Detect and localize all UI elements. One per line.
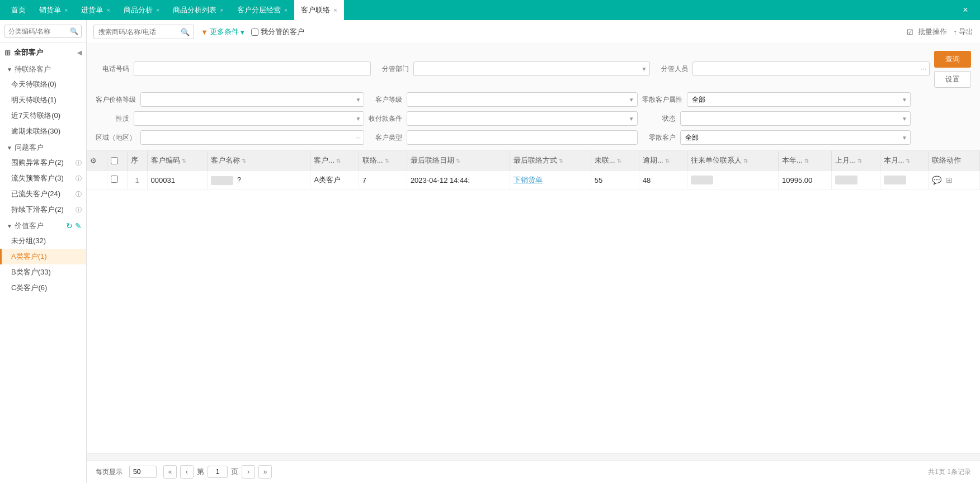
col-this-year[interactable]: 本年...⇅ bbox=[779, 151, 832, 171]
col-checkbox[interactable] bbox=[107, 151, 127, 171]
first-page-button[interactable]: « bbox=[163, 465, 177, 479]
export-btn[interactable]: ↑ 导出 bbox=[954, 27, 974, 37]
sidebar-item-overdue[interactable]: 逾期未联络(30) bbox=[0, 124, 86, 139]
last-page-button[interactable]: » bbox=[258, 465, 272, 479]
area-input[interactable] bbox=[140, 130, 364, 145]
info-icon3: ⓘ bbox=[76, 190, 82, 198]
sidebar-item-7days[interactable]: 近7天待联络(0) bbox=[0, 108, 86, 124]
nav-product-analysis[interactable]: 商品分析 × bbox=[117, 0, 166, 20]
nav-sales[interactable]: 销货单 × bbox=[32, 0, 74, 20]
my-customers-checkbox[interactable]: 我分管的客户 bbox=[251, 27, 304, 37]
more-filters-btn[interactable]: ▼ 更多条件 ▾ bbox=[201, 27, 244, 37]
sidebar-item-unclassified[interactable]: 未分组(32) bbox=[0, 233, 86, 249]
sidebar-item-churn-warning[interactable]: 流失预警客户(3) ⓘ bbox=[0, 171, 86, 186]
row-action-cell: 💬 ⊞ bbox=[928, 171, 979, 190]
info-icon4: ⓘ bbox=[76, 206, 82, 214]
row-this-month-cell bbox=[880, 171, 928, 190]
col-last-method[interactable]: 最后联络方式⇅ bbox=[510, 151, 591, 171]
close-sales-icon[interactable]: × bbox=[64, 7, 68, 13]
edit-icon[interactable]: ✎ bbox=[75, 221, 82, 230]
col-overdue[interactable]: 逾期...⇅ bbox=[639, 151, 687, 171]
sidebar-item-churned[interactable]: 已流失客户(24) ⓘ bbox=[0, 186, 86, 202]
close-product-list-icon[interactable]: × bbox=[220, 7, 223, 13]
nav-purchase[interactable]: 进货单 × bbox=[74, 0, 116, 20]
payment-select[interactable] bbox=[407, 111, 637, 126]
price-level-select[interactable] bbox=[140, 92, 364, 107]
manager-dots-icon[interactable]: ··· bbox=[921, 65, 926, 73]
sort-type-icon: ⇅ bbox=[336, 158, 341, 164]
problem-customers-group[interactable]: ▼ 问题客户 bbox=[0, 139, 86, 155]
per-page-select[interactable]: 50 100 bbox=[129, 466, 157, 478]
expand-icon: ▼ bbox=[7, 67, 12, 73]
settings-button[interactable]: 设置 bbox=[934, 71, 971, 88]
sidebar-item-class-b[interactable]: B类客户(33) bbox=[0, 264, 86, 280]
batch-ops-btn[interactable]: ☑ 批量操作 bbox=[907, 27, 947, 37]
horizontal-scrollbar[interactable] bbox=[87, 453, 980, 460]
retail-customer-select[interactable]: 全部 bbox=[680, 130, 911, 145]
sidebar-item-tomorrow[interactable]: 明天待联络(1) bbox=[0, 92, 86, 108]
col-last-month[interactable]: 上月...⇅ bbox=[832, 151, 880, 171]
manager-input[interactable] bbox=[692, 61, 930, 76]
nav-customer-contact[interactable]: 客户联络 × bbox=[294, 0, 343, 20]
customer-type-input[interactable] bbox=[407, 130, 637, 145]
global-close-button[interactable]: × bbox=[955, 0, 976, 20]
nav-home[interactable]: 首页 bbox=[4, 0, 32, 20]
sidebar-item-class-c[interactable]: C类客户(6) bbox=[0, 280, 86, 296]
col-this-month[interactable]: 本月...⇅ bbox=[880, 151, 928, 171]
info-icon: ⓘ bbox=[76, 159, 82, 167]
link-icon[interactable]: ⊞ bbox=[946, 176, 953, 184]
my-customers-check[interactable] bbox=[251, 29, 258, 36]
sort-no-contact-icon: ⇅ bbox=[617, 158, 621, 164]
all-customers-header[interactable]: ⊞ 全部客户 ◀ bbox=[0, 43, 86, 61]
close-customer-contact-icon[interactable]: × bbox=[333, 7, 337, 13]
col-name[interactable]: 客户名称⇅ bbox=[208, 151, 310, 171]
retail-attr-select[interactable]: 全部 bbox=[687, 92, 911, 107]
top-nav: 首页 销货单 × 进货单 × 商品分析 × 商品分析列表 × 客户分层经营 × … bbox=[0, 0, 980, 20]
status-select[interactable] bbox=[680, 111, 911, 126]
refresh-icon[interactable]: ↻ bbox=[66, 221, 73, 230]
category-search-icon[interactable]: 🔍 bbox=[70, 27, 78, 35]
col-last-date[interactable]: 最后联络日期⇅ bbox=[407, 151, 510, 171]
next-page-button[interactable]: › bbox=[242, 465, 255, 479]
col-contact[interactable]: 联络...⇅ bbox=[359, 151, 407, 171]
content-area: 🔍 ▼ 更多条件 ▾ 我分管的客户 ☑ 批量操作 ↑ 导出 bbox=[87, 20, 980, 483]
customer-level-select[interactable] bbox=[407, 92, 637, 107]
col-settings[interactable]: ⚙ bbox=[87, 151, 107, 171]
row-checkbox-cell[interactable] bbox=[107, 171, 127, 190]
value-customers-group[interactable]: ▼ 价值客户 ↻ ✎ bbox=[0, 217, 86, 233]
area-dots-icon[interactable]: ··· bbox=[355, 134, 361, 141]
col-contact-person[interactable]: 往来单位联系人⇅ bbox=[687, 151, 779, 171]
page-input[interactable] bbox=[208, 466, 228, 478]
row-method-cell[interactable]: 下销货单 bbox=[510, 171, 591, 190]
phone-input[interactable] bbox=[134, 61, 371, 76]
col-no-contact[interactable]: 未联...⇅ bbox=[591, 151, 639, 171]
chat-icon[interactable]: 💬 bbox=[932, 176, 941, 184]
nav-customer-segment[interactable]: 客户分层经营 × bbox=[230, 0, 294, 20]
row-checkbox[interactable] bbox=[111, 176, 118, 183]
filter-row-2: 客户价格等级 ▼ 客户等级 ▼ bbox=[96, 92, 971, 107]
nature-select[interactable] bbox=[134, 111, 364, 126]
row-contact-person-cell bbox=[687, 171, 779, 190]
prev-page-button[interactable]: ‹ bbox=[180, 465, 194, 479]
sidebar-item-declining[interactable]: 持续下滑客户(2) ⓘ bbox=[0, 202, 86, 217]
col-code[interactable]: 客户编码⇅ bbox=[147, 151, 208, 171]
main-search-input[interactable] bbox=[93, 25, 194, 39]
sidebar-item-class-a[interactable]: A类客户(1) bbox=[0, 249, 86, 264]
collapse-icon[interactable]: ◀ bbox=[77, 49, 82, 56]
dept-select[interactable] bbox=[413, 61, 651, 76]
close-purchase-icon[interactable]: × bbox=[106, 7, 110, 13]
query-button[interactable]: 查询 bbox=[934, 51, 971, 68]
row-last-month-cell bbox=[832, 171, 880, 190]
sidebar-item-hoarding[interactable]: 囤购异常客户(2) ⓘ bbox=[0, 155, 86, 171]
col-type[interactable]: 客户...⇅ bbox=[310, 151, 359, 171]
close-customer-segment-icon[interactable]: × bbox=[284, 7, 288, 13]
nav-product-list[interactable]: 商品分析列表 × bbox=[166, 0, 230, 20]
this-month-placeholder bbox=[884, 176, 906, 184]
main-search-icon[interactable]: 🔍 bbox=[181, 28, 190, 36]
sidebar-item-today[interactable]: 今天待联络(0) bbox=[0, 77, 86, 92]
row-date-cell: 2023-04-12 14:44: bbox=[407, 171, 510, 190]
select-all-checkbox[interactable] bbox=[111, 157, 118, 164]
contact-person-placeholder bbox=[691, 176, 713, 184]
pending-contact-group[interactable]: ▼ 待联络客户 bbox=[0, 61, 86, 77]
close-product-analysis-icon[interactable]: × bbox=[156, 7, 159, 13]
